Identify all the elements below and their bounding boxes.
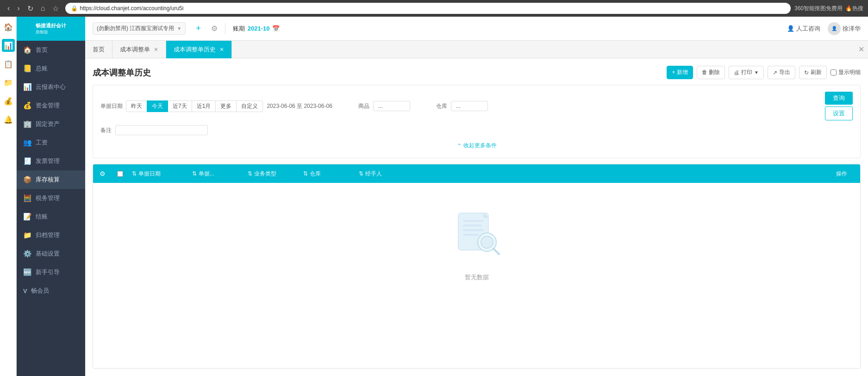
- th-biz-type[interactable]: ⇅ 业务类型: [244, 170, 300, 178]
- sidebar-item-archive[interactable]: 📁 归档管理: [17, 226, 85, 244]
- page-header: 成本调整单历史 + 新增 🗑 删除 🖨 打印 ▼ ↗ 导出 ↻: [93, 66, 861, 79]
- tab-history-label: 成本调整单历史: [174, 45, 216, 54]
- tab-home[interactable]: 首页: [85, 41, 112, 58]
- date-btn-yesterday[interactable]: 昨天: [126, 100, 147, 112]
- forward-button[interactable]: ›: [14, 3, 22, 14]
- tab-cost-history[interactable]: 成本调整单历史 ✕: [166, 41, 232, 58]
- refresh-button[interactable]: ↻: [25, 3, 36, 14]
- date-btn-1month[interactable]: 近1月: [192, 100, 216, 112]
- settings-gear-icon[interactable]: ⚙: [211, 24, 218, 33]
- print-button[interactable]: 🖨 打印 ▼: [729, 66, 764, 79]
- sidebar-item-fixed-assets[interactable]: 🏢 固定资产: [17, 115, 85, 133]
- date-filter-buttons: 昨天 今天 近7天 近1月 更多 自定义: [126, 100, 263, 112]
- tab-cost-close-icon[interactable]: ✕: [154, 46, 158, 53]
- ledger-icon: 📒: [23, 64, 32, 73]
- date-range-text: 2023-06-06 至 2023-06-06: [267, 102, 332, 110]
- sidebar-item-invoice[interactable]: 🧾 发票管理: [17, 152, 85, 170]
- table-settings-icon[interactable]: ⚙: [93, 170, 112, 177]
- warehouse-filter-group: 仓库 ...: [436, 101, 488, 111]
- show-detail-checkbox[interactable]: 显示明细: [831, 69, 861, 76]
- collapse-button[interactable]: ⌃ 收起更多条件: [457, 142, 497, 150]
- new-button[interactable]: + 新增: [667, 66, 693, 79]
- company-selector[interactable]: (勿删勿禁用) 江西服宝测试专用 ▼: [93, 22, 186, 35]
- sidebar-item-salary[interactable]: 👥 工资: [17, 133, 85, 152]
- hot-search-label: 🔥热搜: [845, 5, 863, 13]
- date-btn-custom[interactable]: 自定义: [236, 100, 263, 112]
- divider: [225, 23, 225, 34]
- sidebar-item-guide[interactable]: 🆕 新手引导: [17, 263, 85, 282]
- user-profile-btn[interactable]: 👤 徐泽华: [828, 22, 861, 35]
- setting-button[interactable]: 设置: [825, 107, 853, 120]
- th-manager[interactable]: ⇅ 经手人: [355, 170, 411, 178]
- delete-button[interactable]: 🗑 删除: [697, 66, 725, 79]
- sidebar-item-settings[interactable]: ⚙️ 基础设置: [17, 244, 85, 263]
- page-title: 成本调整单历史: [93, 67, 151, 78]
- export-button[interactable]: ↗ 导出: [768, 66, 795, 79]
- goods-label: 商品: [358, 102, 369, 110]
- avatar-icon: 👤: [831, 26, 837, 31]
- export-icon: ↗: [773, 69, 777, 76]
- top-bar: (勿删勿禁用) 江西服宝测试专用 ▼ + ⚙ 账期 2021-10 📅 👤 人工…: [85, 17, 868, 41]
- icon-rail: 🏠 📊 📋 📁 💰 🔔: [0, 17, 17, 376]
- svg-rect-2: [463, 225, 481, 226]
- warehouse-selector[interactable]: ...: [451, 101, 488, 111]
- date-btn-more[interactable]: 更多: [215, 100, 237, 112]
- sidebar-item-general-ledger[interactable]: 📒 总账: [17, 59, 85, 78]
- tab-cost-adjustment[interactable]: 成本调整单 ✕: [112, 41, 166, 58]
- close-all-tabs-button[interactable]: ✕: [858, 45, 864, 54]
- url-text: https://cloud.chanjet.com/accounting/uru…: [80, 5, 183, 12]
- sidebar-item-close-account[interactable]: 📝 结账: [17, 207, 85, 226]
- refresh-button[interactable]: ↻ 刷新: [799, 66, 827, 79]
- sidebar-item-membership[interactable]: V 畅会员: [17, 282, 85, 300]
- sidebar-guide-label: 新手引导: [36, 268, 60, 276]
- empty-state: 暂无数据: [93, 183, 860, 309]
- icon-rail-bell[interactable]: 🔔: [2, 113, 15, 126]
- remark-input[interactable]: [115, 125, 208, 135]
- sidebar-item-tax[interactable]: 🧮 税务管理: [17, 189, 85, 207]
- filter-action-buttons: 查询 设置: [825, 92, 853, 120]
- th-date[interactable]: ⇅ 单据日期: [128, 170, 188, 178]
- table-select-all-checkbox[interactable]: [112, 171, 128, 177]
- logo-sub: 旗舰版: [36, 29, 66, 35]
- th-warehouse[interactable]: ⇅ 仓库: [300, 170, 355, 178]
- sidebar-item-home[interactable]: 🏠 首页: [17, 41, 85, 59]
- goods-selector[interactable]: ...: [373, 101, 410, 111]
- salary-icon: 👥: [23, 138, 32, 147]
- query-button[interactable]: 查询: [825, 92, 853, 105]
- tab-bar: 首页 成本调整单 ✕ 成本调整单历史 ✕ ✕: [85, 41, 868, 58]
- show-detail-input[interactable]: [831, 69, 837, 75]
- assets-icon: 🏢: [23, 120, 32, 128]
- th-action: 操作: [823, 170, 860, 178]
- sidebar-item-funds[interactable]: 💰 资金管理: [17, 96, 85, 115]
- refresh-label: 刷新: [811, 69, 822, 76]
- date-btn-7days[interactable]: 近7天: [168, 100, 192, 112]
- back-button[interactable]: ‹: [5, 3, 12, 14]
- calendar-icon[interactable]: 📅: [272, 25, 280, 32]
- tab-history-close-icon[interactable]: ✕: [219, 46, 224, 53]
- company-name: (勿删勿禁用) 江西服宝测试专用: [97, 25, 174, 32]
- th-number[interactable]: ⇅ 单据...: [188, 170, 244, 178]
- sidebar-tax-label: 税务管理: [36, 194, 60, 202]
- address-bar[interactable]: 🔒 https://cloud.chanjet.com/accounting/u…: [65, 3, 791, 14]
- home-button[interactable]: ⌂: [38, 3, 48, 14]
- browser-tools: 360智能抠图免费用 🔥热搜: [794, 5, 863, 13]
- sidebar-item-inventory[interactable]: 📦 库存核算: [17, 170, 85, 189]
- sidebar-item-reports[interactable]: 📊 云报表中心: [17, 78, 85, 96]
- sidebar-ledger-label: 总账: [36, 64, 48, 73]
- tab-home-label: 首页: [93, 45, 105, 54]
- customer-service-btn[interactable]: 👤 人工咨询: [787, 25, 820, 33]
- icon-rail-accounting[interactable]: 📊: [2, 39, 15, 52]
- date-btn-today[interactable]: 今天: [147, 100, 168, 112]
- sidebar: 畅捷通好会计 旗舰版 🏠 首页 📒 总账 📊 云报表中心 💰 资金管理: [17, 17, 85, 376]
- add-company-button[interactable]: +: [193, 23, 204, 34]
- sidebar-membership-label: 畅会员: [31, 287, 49, 295]
- star-button[interactable]: ☆: [50, 3, 62, 14]
- icon-rail-docs[interactable]: 📋: [2, 57, 15, 70]
- select-all-input[interactable]: [117, 171, 123, 177]
- sort-icon2: ⇅: [192, 170, 197, 177]
- browser-nav-buttons[interactable]: ‹ › ↻ ⌂ ☆: [5, 3, 62, 14]
- icon-rail-money[interactable]: 💰: [2, 94, 15, 107]
- icon-rail-folder[interactable]: 📁: [2, 76, 15, 89]
- sidebar-nav: 🏠 首页 📒 总账 📊 云报表中心 💰 资金管理 🏢 固定资产 👥 工资: [17, 41, 85, 376]
- icon-rail-home[interactable]: 🏠: [2, 20, 15, 33]
